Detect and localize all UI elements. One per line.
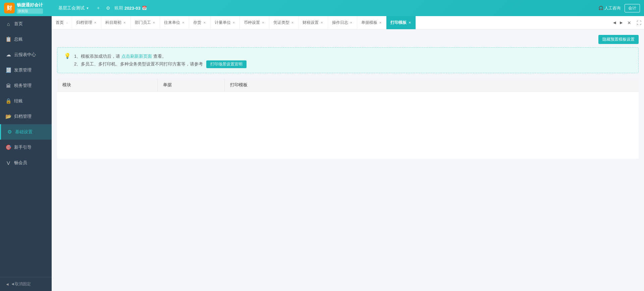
tab-close-dept-staff[interactable]: × <box>152 20 156 25</box>
sidebar-icon-member: V <box>5 160 11 166</box>
tab-close-inventory[interactable]: × <box>203 20 206 25</box>
sidebar-label-tax: 税务管理 <box>14 83 32 89</box>
tab-label-unit: 计量单位 <box>215 20 231 26</box>
table-header: 模块 单据 打印模板 <box>57 79 639 92</box>
tab-inventory[interactable]: 存货× <box>189 16 210 29</box>
sidebar-item-member[interactable]: V畅会员 <box>0 155 52 171</box>
col-module: 模块 <box>57 79 158 91</box>
bulb-icon: 💡 <box>64 53 71 59</box>
tab-voucher-type[interactable]: 凭证类型× <box>269 16 299 29</box>
hide-preview-button[interactable]: 隐藏预置模板设置 <box>598 35 639 44</box>
tab-close-unit[interactable]: × <box>232 20 235 25</box>
sidebar-item-tax[interactable]: 🏛税务管理 <box>0 78 52 93</box>
tab-print-template[interactable]: 打印模板× <box>386 16 416 29</box>
tab-close-print-template[interactable]: × <box>408 20 411 25</box>
tab-label-subject-init: 科目期初 <box>105 20 121 26</box>
sidebar-icon-home: ⌂ <box>5 21 11 27</box>
sidebar-item-invoice[interactable]: 🧾发票管理 <box>0 62 52 78</box>
logo-subtitle: 旗舰版 <box>17 8 43 14</box>
col-print-template: 打印模板 <box>225 79 639 91</box>
tab-label-tax-settings: 财税设置 <box>303 20 319 26</box>
notice-line2-prefix: 2、多员工、多打印机、多种业务类型设置不同打印方案等，请参考 <box>74 60 203 68</box>
tab-label-operation-log: 操作日志 <box>332 20 348 26</box>
sidebar-icon-guide: 🎯 <box>5 144 11 150</box>
logo-area: 财 畅捷通好会计 旗舰版 <box>4 2 56 14</box>
notice-box: 💡 1、模板添加成功后，请 点击刷新新页面 查看。 2、多员工、多打印机、多种业… <box>57 47 639 73</box>
logo-title: 畅捷通好会计 <box>17 2 43 8</box>
expand-button[interactable]: ⛶ <box>634 20 644 26</box>
tab-close-voucher-type[interactable]: × <box>291 20 294 25</box>
sidebar-label-guide: 新手引导 <box>14 144 32 150</box>
tab-operation-log[interactable]: 操作日志× <box>328 16 357 29</box>
tab-customer[interactable]: 往来单位× <box>160 16 189 29</box>
service-button[interactable]: 🎧 人工咨询 <box>598 5 621 11</box>
logo-text: 畅捷通好会计 旗舰版 <box>17 2 43 14</box>
sidebar-label-invoice: 发票管理 <box>14 67 32 73</box>
tab-subject-init[interactable]: 科目期初× <box>101 16 130 29</box>
home-tab-label: 首页 <box>56 20 64 26</box>
sidebar-icon-tax: 🏛 <box>5 83 11 89</box>
sidebar-item-home[interactable]: ⌂首页 <box>0 16 52 32</box>
tab-bar-right: ◀ ▶ ✕ ⛶ <box>611 16 644 29</box>
close-all-tabs-button[interactable]: ✕ <box>625 20 634 26</box>
unpin-label: ◄取消固定 <box>11 281 31 287</box>
tab-dept-staff[interactable]: 部门员工× <box>131 16 160 29</box>
tab-home[interactable]: 首页‹ <box>52 16 72 29</box>
hide-preview-container: 隐藏预置模板设置 <box>57 35 639 44</box>
company-name: 基层工会测试 <box>58 5 85 11</box>
tab-currency[interactable]: 币种设置× <box>240 16 269 29</box>
sidebar-label-archive: 归档管理 <box>14 113 32 119</box>
header-right: 🎧 人工咨询 会计 <box>598 4 640 12</box>
tab-close-operation-log[interactable]: × <box>350 20 353 25</box>
sidebar-icon-archive: 📂 <box>5 113 11 119</box>
tab-close-currency[interactable]: × <box>261 20 265 25</box>
table-body <box>57 92 639 159</box>
tab-label-print-template: 打印模板 <box>390 20 407 26</box>
sidebar-item-close[interactable]: 🔒结账 <box>0 93 52 109</box>
calendar-icon[interactable]: 📅 <box>142 6 147 10</box>
notice-line1-prefix: 1、模板添加成功后，请 <box>74 52 120 60</box>
notice-refresh-link[interactable]: 点击刷新新页面 <box>121 52 152 60</box>
sidebar-label-close: 结账 <box>14 98 23 104</box>
sidebar-item-settings[interactable]: ⚙基础设置 <box>0 124 52 140</box>
sidebar-label-ledger: 总账 <box>14 36 23 42</box>
tab-next-button[interactable]: ▶ <box>618 20 625 25</box>
sidebar-item-archive[interactable]: 📂归档管理 <box>0 109 52 124</box>
sidebar-item-guide[interactable]: 🎯新手引导 <box>0 140 52 155</box>
account-button[interactable]: 会计 <box>625 4 640 12</box>
tab-close-customer[interactable]: × <box>181 20 185 25</box>
tab-single-form[interactable]: 单据模板× <box>357 16 386 29</box>
tab-label-customer: 往来单位 <box>164 20 180 26</box>
headset-icon: 🎧 <box>598 6 603 10</box>
unpin-button[interactable]: ◄ ◄取消固定 <box>0 277 52 291</box>
sidebar-item-cloud-report[interactable]: ☁云报表中心 <box>0 47 52 62</box>
sidebar: ⌂首页📋总账☁云报表中心🧾发票管理🏛税务管理🔒结账📂归档管理⚙基础设置🎯新手引导… <box>0 16 52 291</box>
chevron-down-icon: ▼ <box>86 6 89 10</box>
sidebar-label-member: 畅会员 <box>14 160 27 166</box>
guide-button[interactable]: 打印场景设置宣明 <box>206 60 247 68</box>
sidebar-icon-invoice: 🧾 <box>5 67 11 73</box>
sidebar-icon-ledger: 📋 <box>5 36 11 42</box>
tab-label-inventory: 存货 <box>193 20 201 26</box>
tab-close-tax-settings[interactable]: × <box>320 20 323 25</box>
notice-line1-suffix: 查看。 <box>153 52 166 60</box>
tab-arrow-icon: ‹ <box>66 21 68 25</box>
tab-label-archive-mgmt: 归档管理 <box>76 20 92 26</box>
notice-content: 1、模板添加成功后，请 点击刷新新页面 查看。 2、多员工、多打印机、多种业务类… <box>74 52 632 68</box>
period-info: 账期 2023-03 📅 <box>114 5 147 11</box>
sidebar-icon-close: 🔒 <box>5 98 11 104</box>
sidebar-item-ledger[interactable]: 📋总账 <box>0 32 52 47</box>
tab-unit[interactable]: 计量单位× <box>211 16 240 29</box>
tab-tax-settings[interactable]: 财税设置× <box>299 16 328 29</box>
company-selector[interactable]: 基层工会测试 ▼ <box>58 5 89 11</box>
tab-archive-mgmt[interactable]: 归档管理× <box>72 16 101 29</box>
settings-icon[interactable]: ⚙ <box>105 4 112 12</box>
sidebar-label-home: 首页 <box>14 21 23 27</box>
tab-close-subject-init[interactable]: × <box>123 20 126 25</box>
tab-close-archive-mgmt[interactable]: × <box>94 20 97 25</box>
add-button[interactable]: ＋ <box>95 4 102 12</box>
sidebar-label-cloud-report: 云报表中心 <box>14 52 36 58</box>
tab-prev-button[interactable]: ◀ <box>611 20 618 25</box>
tab-close-single-form[interactable]: × <box>379 20 382 25</box>
content-area: 首页‹归档管理×科目期初×部门员工×往来单位×存货×计量单位×币种设置×凭证类型… <box>52 16 644 291</box>
